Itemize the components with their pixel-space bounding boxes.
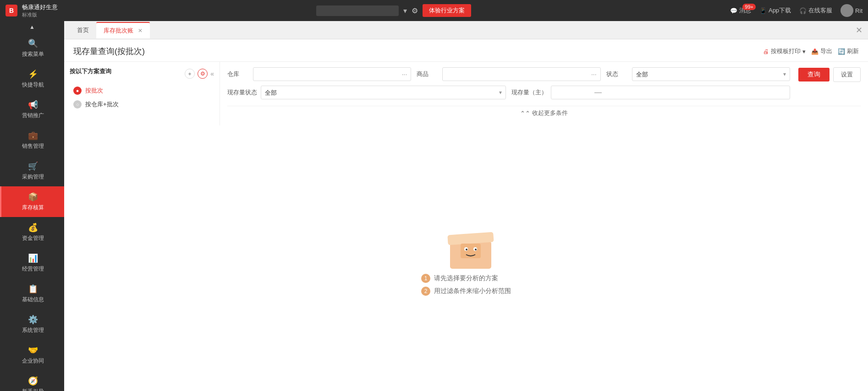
tab-inventory-batch[interactable]: 库存批次账 ✕ <box>96 22 150 38</box>
empty-tip-2: 2 用过滤条件来缩小分析范围 <box>421 287 511 296</box>
product-input[interactable] <box>446 71 589 78</box>
warehouse-input-wrap[interactable]: ··· <box>253 67 411 81</box>
main-layout: ▲ 🔍 搜索菜单 ⚡ 快捷导航 📢 营销推广 💼 销售管理 🛒 采购管理 📦 库… <box>0 21 868 391</box>
sidebar-item-system[interactable]: ⚙️ 系统管理 <box>0 309 64 340</box>
product-input-wrap[interactable]: ··· <box>442 67 600 81</box>
collab-icon: 🤝 <box>28 345 38 355</box>
sidebar-label-sales: 销售管理 <box>22 142 44 150</box>
search-dropdown-icon[interactable]: ▾ <box>403 6 407 15</box>
print-button[interactable]: 🖨 按模板打印 ▾ <box>763 47 806 55</box>
filter-left: 按以下方案查询 ＋ ⚙ « ● 按批次 ○ 按仓库+批次 <box>64 62 220 125</box>
tip-text-2: 用过滤条件来缩小分析范围 <box>434 287 511 295</box>
add-scheme-button[interactable]: ＋ <box>185 69 195 79</box>
scheme-settings-button[interactable]: ⚙ <box>198 69 208 79</box>
set-button[interactable]: 设置 <box>833 67 861 82</box>
filter-right: 仓库 ··· 商品 <box>220 62 868 125</box>
topbar: B 畅康通好生意 标准版 ▾ ⚙ 体验行业方案 💬 消息 99+ 📱 App下载… <box>0 0 868 21</box>
status-dropdown-icon: ▾ <box>783 71 786 77</box>
sidebar-item-sales[interactable]: 💼 销售管理 <box>0 125 64 156</box>
scheme-icon-batch: ● <box>73 87 82 95</box>
phone-icon: 📱 <box>759 7 767 14</box>
filter-scheme-header: 按以下方案查询 ＋ ⚙ « <box>70 67 214 80</box>
sidebar-item-newguide[interactable]: 🧭 新手引导 <box>0 370 64 391</box>
sidebar-item-collab[interactable]: 🤝 企业协同 <box>0 340 64 370</box>
product-dots[interactable]: ··· <box>591 71 597 78</box>
product-label: 商品 <box>417 70 439 78</box>
sidebar-item-quicknav[interactable]: ⚡ 快捷导航 <box>0 64 64 94</box>
headset-icon: 🎧 <box>799 7 807 14</box>
tab-home[interactable]: 首页 <box>70 22 96 38</box>
stock-qty-label: 现存量（主） <box>511 88 547 97</box>
stock-status-select-wrap[interactable]: 全部 有库存 无库存 ▾ <box>261 86 506 99</box>
warehouse-dots[interactable]: ··· <box>402 71 407 78</box>
app-logo: B <box>5 5 17 16</box>
print-icon: 🖨 <box>763 48 769 55</box>
purchase-icon: 🛒 <box>28 161 38 171</box>
scheme-label-batch: 按批次 <box>85 87 103 95</box>
sidebar-item-purchase[interactable]: 🛒 采购管理 <box>0 156 64 186</box>
export-icon: 📤 <box>811 48 819 55</box>
filter-row-2: 现存量状态 全部 有库存 无库存 ▾ <box>227 86 790 99</box>
refresh-label: 刷新 <box>847 47 859 55</box>
topbar-right: 💬 消息 99+ 📱 App下载 🎧 在线客服 Rit <box>730 4 863 17</box>
status-select[interactable]: 全部 正常 停用 <box>636 71 783 78</box>
sidebar-item-finance[interactable]: 💰 资金管理 <box>0 217 64 248</box>
app-title: 畅康通好生意 <box>22 4 58 11</box>
warehouse-input[interactable] <box>257 71 400 78</box>
sidebar-label-finance: 资金管理 <box>22 234 44 242</box>
stock-qty-range[interactable]: — <box>551 86 790 99</box>
chevron-up-icon: ⌃⌃ <box>520 110 530 117</box>
sidebar-item-basic[interactable]: 📋 基础信息 <box>0 278 64 309</box>
newguide-icon: 🧭 <box>28 376 38 386</box>
status-filter-group: 状态 全部 正常 停用 ▾ <box>606 67 790 81</box>
filter-area: 按以下方案查询 ＋ ⚙ « ● 按批次 ○ 按仓库+批次 <box>64 62 868 125</box>
scheme-label-warehouse: 按仓库+批次 <box>85 100 119 109</box>
username-label: Rit <box>855 7 863 14</box>
tab-bar: 首页 库存批次账 ✕ ✕ <box>64 21 868 39</box>
search-input[interactable] <box>316 5 399 16</box>
stock-qty-to-input[interactable] <box>604 89 641 96</box>
stock-status-select[interactable]: 全部 有库存 无库存 <box>265 89 499 96</box>
app-download-item[interactable]: 📱 App下载 <box>759 6 791 15</box>
messages-item[interactable]: 💬 消息 99+ <box>730 6 751 15</box>
avatar <box>841 4 853 17</box>
trial-button[interactable]: 体验行业方案 <box>423 4 471 17</box>
sidebar-item-inventory[interactable]: 📦 库存核算 <box>0 186 64 217</box>
page-body: 现存量查询(按批次) 🖨 按模板打印 ▾ 📤 导出 🔄 刷新 <box>64 39 868 391</box>
search-icon: 🔍 <box>28 38 38 49</box>
collapse-more-conditions[interactable]: ⌃⌃ 收起更多条件 <box>227 106 861 120</box>
topbar-gear-icon[interactable]: ⚙ <box>412 6 418 15</box>
refresh-icon: 🔄 <box>838 48 845 55</box>
content-area: 首页 库存批次账 ✕ ✕ 现存量查询(按批次) 🖨 按模板打印 ▾ <box>64 21 868 391</box>
status-select-wrap[interactable]: 全部 正常 停用 ▾ <box>632 67 790 81</box>
export-button[interactable]: 📤 导出 <box>811 47 832 55</box>
tab-close-icon[interactable]: ✕ <box>138 27 143 34</box>
scheme-item-warehouse-batch[interactable]: ○ 按仓库+批次 <box>70 98 214 111</box>
sidebar-label-inventory: 库存核算 <box>22 204 44 212</box>
scheme-item-batch[interactable]: ● 按批次 <box>70 84 214 98</box>
system-icon: ⚙️ <box>28 315 38 325</box>
tip-num-2: 2 <box>421 287 430 296</box>
sidebar-label-purchase: 采购管理 <box>22 173 44 181</box>
topbar-left: B 畅康通好生意 标准版 <box>5 3 58 18</box>
tip-num-1: 1 <box>421 274 430 283</box>
product-filter-group: 商品 ··· <box>417 67 600 81</box>
scheme-actions: ＋ ⚙ « <box>185 69 214 79</box>
sidebar-scroll-up[interactable]: ▲ <box>0 21 64 33</box>
refresh-button[interactable]: 🔄 刷新 <box>838 47 859 55</box>
sidebar-item-management[interactable]: 📊 经营管理 <box>0 248 64 278</box>
query-button[interactable]: 查询 <box>798 68 830 81</box>
range-separator: — <box>594 88 602 97</box>
message-icon: 💬 <box>730 7 737 14</box>
scheme-icon-warehouse: ○ <box>73 100 82 109</box>
svg-point-6 <box>475 249 477 250</box>
stock-qty-from-input[interactable] <box>555 89 592 96</box>
user-item[interactable]: Rit <box>841 4 863 17</box>
sidebar-item-search[interactable]: 🔍 搜索菜单 <box>0 33 64 64</box>
online-service-item[interactable]: 🎧 在线客服 <box>799 6 832 15</box>
sidebar-item-marketing[interactable]: 📢 营销推广 <box>0 94 64 125</box>
page-close-button[interactable]: ✕ <box>856 25 863 35</box>
sidebar-label-marketing: 营销推广 <box>22 112 44 119</box>
collapse-scheme-button[interactable]: « <box>210 69 214 79</box>
print-dropdown-icon[interactable]: ▾ <box>802 48 806 55</box>
